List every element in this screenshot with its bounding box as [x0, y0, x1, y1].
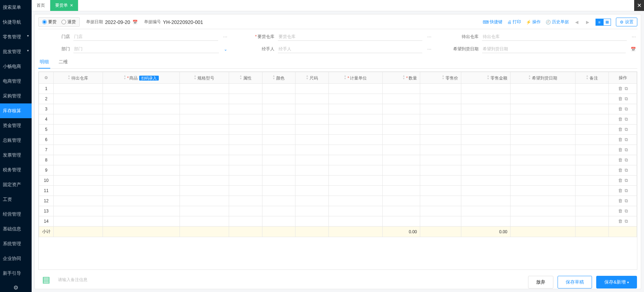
table-row[interactable]: 13🗑⧉	[39, 206, 637, 216]
more-icon[interactable]: ⋯	[426, 34, 433, 39]
sidebar-item[interactable]: 搜索菜单	[0, 0, 32, 15]
sidebar-item[interactable]: 新手引导	[0, 266, 32, 281]
sidebar-item[interactable]: 资金管理	[0, 118, 32, 133]
chevron-down-icon[interactable]: ⌄	[222, 47, 229, 52]
print-button[interactable]: 🖨 打印	[507, 19, 521, 25]
calendar-icon[interactable]: 📅	[132, 20, 138, 25]
table-row[interactable]: 6🗑⧉	[39, 135, 637, 145]
copy-icon[interactable]: ⧉	[624, 188, 629, 193]
col-attr[interactable]: ▴▾属性	[229, 72, 262, 84]
tab-home[interactable]: 首页	[32, 0, 50, 11]
copy-icon[interactable]: ⧉	[624, 157, 629, 163]
table-row[interactable]: 4🗑⧉	[39, 114, 637, 125]
delete-icon[interactable]: 🗑	[617, 178, 624, 183]
col-size[interactable]: ▴▾尺码	[295, 72, 329, 84]
more-icon[interactable]: ⋯	[426, 47, 433, 52]
tab-detail[interactable]: 明细	[38, 57, 50, 69]
expect-date-input[interactable]	[482, 45, 626, 53]
delete-icon[interactable]: 🗑	[617, 86, 624, 91]
sidebar-item[interactable]: 总账管理	[0, 133, 32, 148]
delete-icon[interactable]: 🗑	[617, 127, 624, 132]
copy-icon[interactable]: ⧉	[624, 137, 629, 142]
sidebar-item[interactable]: 企业协同	[0, 251, 32, 266]
col-expect[interactable]: ▴▾希望到货日期	[510, 72, 575, 84]
delete-icon[interactable]: 🗑	[617, 106, 624, 112]
sidebar-item[interactable]: 采购管理	[0, 89, 32, 103]
gear-icon[interactable]: ⚙	[13, 285, 18, 291]
delete-icon[interactable]: 🗑	[617, 147, 624, 152]
table-row[interactable]: 8🗑⧉	[39, 155, 637, 165]
delete-icon[interactable]: 🗑	[617, 116, 624, 122]
view-list-icon[interactable]: ≡	[596, 19, 603, 26]
table-row[interactable]: 12🗑⧉	[39, 196, 637, 206]
table-row[interactable]: 5🗑⧉	[39, 125, 637, 135]
sidebar-item[interactable]: 经营管理	[0, 207, 32, 222]
history-button[interactable]: 🕘 历史单据	[546, 19, 569, 25]
prev-icon[interactable]: ◀	[574, 20, 580, 25]
doc-date[interactable]: 单据日期 2022-09-20 📅	[86, 19, 138, 25]
more-icon[interactable]: ⋯	[222, 34, 229, 39]
copy-icon[interactable]: ⧉	[624, 116, 629, 122]
scan-badge[interactable]: 扫码录入	[139, 76, 159, 81]
copy-icon[interactable]: ⧉	[624, 167, 629, 173]
table-row[interactable]: 3🗑⧉	[39, 104, 637, 114]
sidebar-item[interactable]: 税务管理	[0, 163, 32, 177]
sidebar-item[interactable]: 发票管理	[0, 148, 32, 163]
save-draft-button[interactable]: 保存草稿	[558, 276, 592, 288]
col-out-warehouse[interactable]: ▴▾待出仓库	[54, 72, 103, 84]
close-all-icon[interactable]: ✕	[634, 0, 644, 11]
delete-icon[interactable]: 🗑	[617, 218, 624, 224]
sidebar-item[interactable]: 批发管理	[0, 44, 32, 59]
col-product[interactable]: ▴▾*商品 扫码录入	[103, 72, 180, 84]
more-icon[interactable]: ⋯	[630, 34, 637, 39]
department-input[interactable]	[73, 45, 219, 53]
copy-icon[interactable]: ⧉	[624, 147, 629, 152]
copy-icon[interactable]: ⧉	[624, 127, 629, 132]
sidebar-item[interactable]: 小畅电商	[0, 59, 32, 74]
discard-button[interactable]: 放弃	[528, 276, 553, 288]
delete-icon[interactable]: 🗑	[617, 167, 624, 173]
store-input[interactable]	[73, 33, 218, 41]
handler-input[interactable]	[278, 45, 423, 53]
radio-return[interactable]: 退货	[61, 19, 76, 25]
save-new-button[interactable]: 保存&新增▾	[596, 276, 637, 288]
copy-icon[interactable]: ⧉	[624, 208, 629, 214]
col-qty[interactable]: ▴▾*数量	[382, 72, 420, 84]
col-amount[interactable]: ▴▾零售金额	[461, 72, 510, 84]
copy-icon[interactable]: ⧉	[624, 106, 629, 112]
delete-icon[interactable]: 🗑	[617, 198, 624, 203]
view-card-icon[interactable]: ▦	[603, 19, 611, 26]
next-icon[interactable]: ▶	[585, 20, 591, 25]
copy-icon[interactable]: ⧉	[624, 86, 629, 91]
request-warehouse-input[interactable]	[278, 33, 423, 41]
sidebar-item[interactable]: 固定资产	[0, 177, 32, 192]
copy-icon[interactable]: ⧉	[624, 198, 629, 203]
table-row[interactable]: 10🗑⧉	[39, 176, 637, 186]
delete-icon[interactable]: 🗑	[617, 208, 624, 214]
sidebar-item[interactable]: 电商管理	[0, 74, 32, 89]
delete-icon[interactable]: 🗑	[617, 188, 624, 193]
table-settings-icon[interactable]: ⚙	[39, 72, 54, 84]
sidebar-item[interactable]: 基础信息	[0, 222, 32, 236]
table-row[interactable]: 9🗑⧉	[39, 165, 637, 176]
close-icon[interactable]: ✕	[70, 3, 73, 8]
sidebar-item[interactable]: 零售管理	[0, 30, 32, 44]
settings-button[interactable]: ⚙ 设置	[616, 18, 637, 26]
col-remark[interactable]: ▴▾备注	[575, 72, 609, 84]
table-row[interactable]: 2🗑⧉	[39, 94, 637, 104]
sidebar-item[interactable]: 系统管理	[0, 236, 32, 251]
shortcut-button[interactable]: ⌨ 快捷键	[483, 19, 502, 25]
col-spec[interactable]: ▴▾规格型号	[180, 72, 229, 84]
radio-request[interactable]: 要货	[42, 19, 57, 25]
tab-request-order[interactable]: 要货单 ✕	[50, 0, 78, 11]
calendar-icon[interactable]: 📅	[629, 47, 637, 52]
col-unit[interactable]: ▴▾*计量单位	[329, 72, 383, 84]
tab-2d[interactable]: 二维	[57, 57, 69, 68]
sidebar-item[interactable]: 快捷导航	[0, 15, 32, 30]
operate-button[interactable]: ⚡ 操作	[526, 19, 541, 25]
sidebar-item[interactable]: 库存核算	[0, 103, 32, 118]
sidebar-item[interactable]: 工资	[0, 192, 32, 207]
table-row[interactable]: 7🗑⧉	[39, 145, 637, 155]
copy-icon[interactable]: ⧉	[624, 218, 629, 224]
table-row[interactable]: 11🗑⧉	[39, 186, 637, 196]
